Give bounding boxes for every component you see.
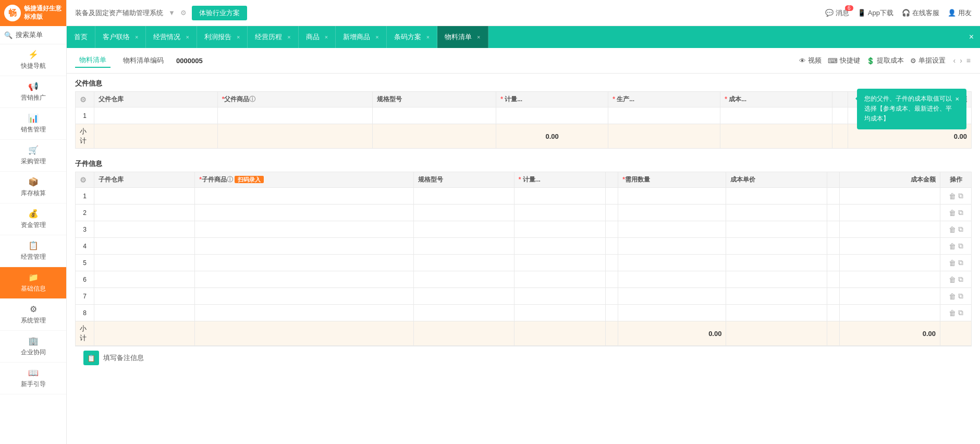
tab-close-goods[interactable]: × bbox=[325, 34, 328, 40]
doc-settings-button[interactable]: ⚙ 单据设置 bbox=[910, 56, 946, 65]
child-row-4-delete-icon[interactable]: 🗑 bbox=[949, 242, 956, 250]
app-download-button[interactable]: 📱 App下载 bbox=[858, 8, 893, 18]
child-settings-gear-icon[interactable]: ⚙ bbox=[80, 176, 87, 184]
sidebar-item-sales[interactable]: 📊 销售管理 bbox=[0, 108, 66, 140]
child-row-2-spec[interactable] bbox=[413, 205, 514, 221]
settings-icon[interactable]: ⚙ bbox=[180, 9, 187, 17]
parent-row-1-production[interactable] bbox=[608, 107, 720, 124]
child-row-2-product[interactable] bbox=[195, 205, 413, 221]
sidebar-item-marketing[interactable]: 📢 营销推广 bbox=[0, 76, 66, 108]
tab-close-history[interactable]: × bbox=[287, 34, 290, 40]
child-row-2-quantity[interactable] bbox=[514, 205, 605, 221]
tab-close-customer[interactable]: × bbox=[135, 34, 138, 40]
close-all-button[interactable]: × bbox=[967, 30, 976, 44]
nav-prev-button[interactable]: ‹ bbox=[952, 55, 957, 66]
child-row-5: 5 🗑 ⧉ bbox=[76, 255, 972, 271]
view-button[interactable]: 👁 视频 bbox=[799, 56, 822, 65]
extract-cost-button[interactable]: 💲 提取成本 bbox=[866, 56, 904, 65]
child-row-8-copy-icon[interactable]: ⧉ bbox=[958, 308, 963, 317]
sidebar-item-operations[interactable]: 📋 经营管理 bbox=[0, 235, 66, 267]
child-row-1-unit-cost[interactable] bbox=[726, 188, 827, 205]
tab-close-profit[interactable]: × bbox=[237, 34, 240, 40]
tab-barcode[interactable]: 条码方案 × bbox=[387, 26, 437, 48]
tooltip-close-button[interactable]: × bbox=[955, 94, 959, 105]
tab-profit[interactable]: 利润报告 × bbox=[197, 26, 248, 48]
child-row-8-delete-icon[interactable]: 🗑 bbox=[949, 309, 956, 317]
parent-row-1-cost[interactable] bbox=[720, 107, 832, 124]
tab-close-barcode[interactable]: × bbox=[426, 34, 430, 40]
child-row-2-warehouse[interactable] bbox=[94, 205, 195, 221]
parent-row-1-product[interactable] bbox=[217, 107, 373, 124]
parent-row-1-warehouse[interactable] bbox=[94, 107, 218, 124]
parent-row-1-spec[interactable] bbox=[373, 107, 496, 124]
child-row-2-needed[interactable] bbox=[618, 205, 726, 221]
child-row-2-unit-cost[interactable] bbox=[726, 205, 827, 221]
user-icon: 👤 bbox=[948, 9, 956, 17]
sidebar-item-basic-info[interactable]: 📁 基础信息 bbox=[0, 267, 66, 299]
notification-button[interactable]: 💬 6 消息 bbox=[825, 8, 849, 18]
child-row-1-spec[interactable] bbox=[413, 188, 514, 205]
nav-more-button[interactable]: ≡ bbox=[965, 55, 972, 66]
sidebar-item-purchase[interactable]: 🛒 采购管理 bbox=[0, 140, 66, 172]
trial-button[interactable]: 体验行业方案 bbox=[192, 6, 247, 20]
child-row-3-copy-icon[interactable]: ⧉ bbox=[958, 225, 963, 234]
child-row-2-copy-icon[interactable]: ⧉ bbox=[958, 208, 963, 217]
child-row-1-copy-icon[interactable]: ⧉ bbox=[958, 191, 963, 200]
child-row-6-delete-icon[interactable]: 🗑 bbox=[949, 275, 956, 284]
tab-bom[interactable]: 物料清单 × bbox=[437, 26, 488, 48]
scan-input-button[interactable]: 扫码录入 bbox=[235, 176, 264, 183]
child-row-2-delete-icon[interactable]: 🗑 bbox=[949, 209, 956, 217]
sidebar-item-system[interactable]: ⚙ 系统管理 bbox=[0, 299, 66, 331]
quick-nav-icon: ⚡ bbox=[28, 50, 39, 59]
parent-col-production: * 生产... bbox=[608, 92, 720, 107]
child-row-1-product[interactable] bbox=[195, 188, 413, 205]
child-row-5-copy-icon[interactable]: ⧉ bbox=[958, 258, 963, 267]
sub-nav-bom-code-label: 物料清单编码 bbox=[119, 54, 168, 67]
child-col-sort bbox=[606, 172, 618, 188]
cost-icon: 💲 bbox=[866, 57, 875, 65]
child-row-3: 3 🗑 ⧉ bbox=[76, 221, 972, 238]
tab-close-new-goods[interactable]: × bbox=[375, 34, 378, 40]
search-menu[interactable]: 🔍 搜索菜单 bbox=[0, 26, 66, 44]
sidebar-item-guide[interactable]: 📖 新手引导 bbox=[0, 363, 66, 394]
tab-history[interactable]: 经营历程 × bbox=[248, 26, 298, 48]
user-avatar[interactable]: 👤 用友 bbox=[948, 8, 972, 18]
child-row-6-copy-icon[interactable]: ⧉ bbox=[958, 275, 963, 284]
finance-icon: 💰 bbox=[28, 209, 39, 219]
basic-info-icon: 📁 bbox=[28, 272, 39, 282]
sidebar-item-inventory[interactable]: 📦 库存核算 bbox=[0, 172, 66, 203]
child-row-1-warehouse[interactable] bbox=[94, 188, 195, 205]
child-row-1-quantity[interactable] bbox=[514, 188, 605, 205]
child-row-1-delete-icon[interactable]: 🗑 bbox=[949, 192, 956, 200]
parent-subtotal-quantity: 0.00 bbox=[496, 124, 608, 149]
child-subtotal-cost-amount: 0.00 bbox=[839, 321, 940, 346]
child-row-1-cost-amount bbox=[839, 188, 940, 205]
main-area: 装备及固定资产辅助管理系统 ▼ ⚙ 体验行业方案 💬 6 消息 📱 App下载 … bbox=[67, 0, 980, 444]
tab-home[interactable]: 首页 bbox=[67, 26, 95, 48]
tab-goods[interactable]: 商品 × bbox=[299, 26, 336, 48]
parent-row-1-quantity[interactable] bbox=[496, 107, 608, 124]
sidebar-item-enterprise[interactable]: 🏢 企业协同 bbox=[0, 331, 66, 363]
parent-row-1-num: 1 bbox=[76, 107, 94, 124]
sidebar-item-quick-nav[interactable]: ⚡ 快捷导航 bbox=[0, 44, 66, 76]
child-row-7-delete-icon[interactable]: 🗑 bbox=[949, 292, 956, 301]
sub-nav-bom-list[interactable]: 物料清单 bbox=[75, 53, 111, 68]
child-row-5-delete-icon[interactable]: 🗑 bbox=[949, 259, 956, 267]
child-row-4-copy-icon[interactable]: ⧉ bbox=[958, 242, 963, 250]
child-row-1-needed[interactable] bbox=[618, 188, 726, 205]
tab-operations[interactable]: 经营情况 × bbox=[146, 26, 197, 48]
tab-close-bom[interactable]: × bbox=[477, 34, 480, 40]
child-row-7-copy-icon[interactable]: ⧉ bbox=[958, 292, 963, 301]
child-row-3-delete-icon[interactable]: 🗑 bbox=[949, 225, 956, 234]
child-col-warehouse: 子件仓库 bbox=[94, 172, 195, 188]
online-service-button[interactable]: 🎧 在线客服 bbox=[902, 8, 939, 18]
tab-new-goods[interactable]: 新增商品 × bbox=[336, 26, 386, 48]
shortcut-button[interactable]: ⌨ 快捷键 bbox=[828, 56, 860, 65]
message-icon: 💬 bbox=[825, 9, 834, 17]
tab-customer[interactable]: 客户联络 × bbox=[95, 26, 146, 48]
nav-next-button[interactable]: › bbox=[959, 55, 963, 66]
tab-close-operations[interactable]: × bbox=[186, 34, 189, 40]
parent-settings-gear-icon[interactable]: ⚙ bbox=[80, 95, 87, 104]
bottom-note-icon[interactable]: 📋 bbox=[83, 351, 99, 365]
sidebar-item-finance[interactable]: 💰 资金管理 bbox=[0, 203, 66, 235]
